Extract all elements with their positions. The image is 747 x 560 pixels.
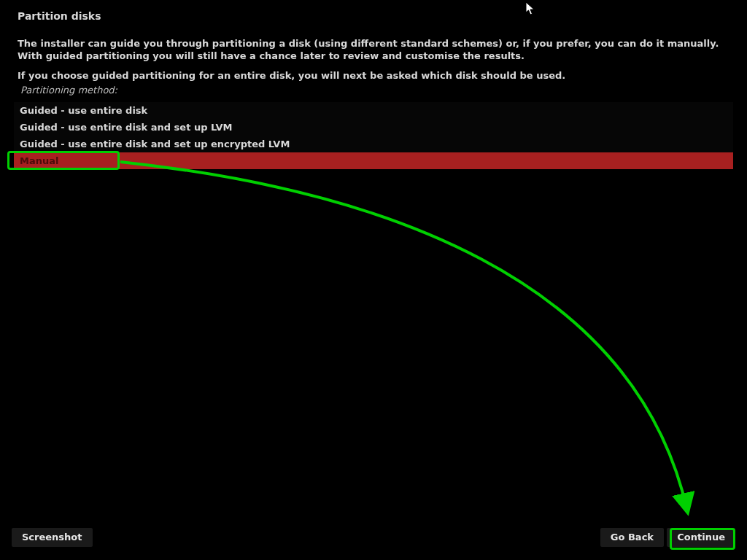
option-guided-entire-disk[interactable]: Guided - use entire disk (14, 102, 733, 119)
go-back-button[interactable]: Go Back (600, 528, 664, 547)
option-guided-encrypted-lvm[interactable]: Guided - use entire disk and set up encr… (14, 136, 733, 152)
partitioning-method-list: Guided - use entire disk Guided - use en… (14, 102, 733, 169)
page-title: Partition disks (18, 10, 101, 22)
cursor-icon (525, 1, 535, 16)
screenshot-button[interactable]: Screenshot (12, 528, 93, 547)
option-guided-lvm[interactable]: Guided - use entire disk and set up LVM (14, 119, 733, 136)
partitioning-method-label: Partitioning method: (20, 85, 117, 96)
option-manual[interactable]: Manual (14, 152, 733, 169)
footer-bar: Screenshot Go Back Continue (0, 525, 747, 560)
intro-paragraph-2: If you choose guided partitioning for an… (18, 70, 732, 82)
intro-paragraph-1: The installer can guide you through part… (18, 38, 732, 63)
continue-button[interactable]: Continue (667, 528, 735, 547)
